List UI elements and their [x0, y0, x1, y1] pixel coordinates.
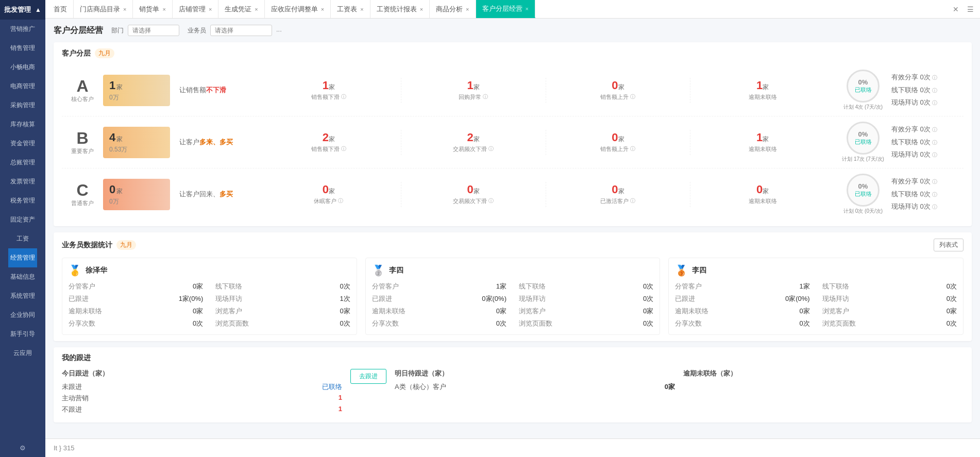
- stat-cell-逾期未联络: 1家 逾期未联络: [690, 130, 835, 155]
- stat-cell-逾期未联络: 0家 逾期未联络: [690, 182, 835, 207]
- tab-工资统计报表[interactable]: 工资统计报表×: [370, 0, 430, 18]
- staff-stat-link[interactable]: 0家(0%): [785, 294, 810, 303]
- staff-stat-link[interactable]: 1家(0%): [179, 294, 204, 303]
- tier-right-stats-A: 有效分享 0次 ⓘ线下联络 0次 ⓘ现场拜访 0次 ⓘ: [891, 71, 964, 109]
- tier-row-C: C普通客户 0家 0万 让客户回来、多买0家 休眠客户ⓘ0家 交易频次下滑ⓘ0家…: [62, 168, 964, 220]
- tab-close-icon[interactable]: ×: [466, 6, 469, 12]
- tab-门店商品目录[interactable]: 门店商品目录×: [74, 0, 133, 18]
- tab-close-icon[interactable]: ×: [209, 6, 212, 12]
- tab-销货单[interactable]: 销货单×: [133, 0, 172, 18]
- list-view-button[interactable]: 列表式: [934, 239, 964, 251]
- dept-select[interactable]: [128, 25, 179, 36]
- tier-suggest-A: 让销售额不下滑: [174, 86, 257, 95]
- sidebar-item-税务管理[interactable]: 税务管理: [8, 191, 37, 210]
- tab-close-icon[interactable]: ×: [321, 6, 324, 12]
- tier-suggest-B: 让客户多来、多买: [174, 138, 257, 147]
- tier-section-title: 客户分层: [62, 49, 91, 58]
- tab-label: 客户分层经营: [482, 4, 522, 13]
- staff-label: 业务员: [188, 26, 206, 35]
- staff-stat-link[interactable]: 0家: [799, 307, 809, 316]
- staff-stat-label: 逾期未联络: [69, 307, 102, 316]
- tier-letter-C: C普通客户: [62, 182, 103, 207]
- sidebar-item-库存核算[interactable]: 库存核算: [8, 115, 37, 134]
- content-area: 客户分层经营 部门 业务员 ··· 客户分层 九月 A核心客户 1家 0万 让销…: [45, 19, 980, 438]
- tab-应收应付调整单[interactable]: 应收应付调整单×: [265, 0, 331, 18]
- sidebar-item-销售管理[interactable]: 销售管理: [8, 39, 37, 58]
- tab-商品分析[interactable]: 商品分析×: [430, 0, 476, 18]
- tab-close-icon[interactable]: ×: [123, 6, 126, 12]
- staff-stat-label: 分享次数: [69, 319, 95, 328]
- staff-stat-value: 0家: [947, 307, 957, 316]
- sidebar-item-采购管理[interactable]: 采购管理: [8, 96, 37, 115]
- tier-contact-B: 0% 已联络 计划 17次 (7天/次): [835, 122, 891, 163]
- staff-stat-item: 浏览客户0家: [822, 307, 957, 316]
- staff-card-1: 🥈 李四分管客户1家线下联络0次已跟进0家(0%)现场拜访0次逾期未联络0家浏览…: [365, 258, 661, 335]
- stat-cell-交易频次下滑: 0家 交易频次下滑ⓘ: [401, 182, 546, 207]
- sidebar-item-固定资产[interactable]: 固定资产: [8, 210, 37, 229]
- sidebar-item-基础信息[interactable]: 基础信息: [8, 267, 37, 286]
- tab-label: 商品分析: [436, 5, 463, 14]
- tab-bar-right: ✕ ☰: [951, 4, 980, 14]
- tab-首页[interactable]: 首页: [47, 0, 74, 18]
- staff-stat-label: 已跟进: [372, 294, 392, 303]
- tab-label: 工资统计报表: [377, 5, 417, 14]
- sidebar-item-资金管理[interactable]: 资金管理: [8, 134, 37, 153]
- sidebar-item-企业协同[interactable]: 企业协同: [8, 306, 37, 325]
- staff-stat-link[interactable]: 0家: [193, 307, 203, 316]
- tab-menu-icon[interactable]: ☰: [965, 4, 976, 14]
- sidebar-item-总账管理[interactable]: 总账管理: [8, 153, 37, 172]
- sidebar-item-经营管理[interactable]: 经营管理: [8, 248, 37, 267]
- staff-select[interactable]: [210, 25, 272, 36]
- tab-close-icon[interactable]: ×: [162, 6, 165, 12]
- staff-stat-label: 浏览页面数: [822, 319, 856, 328]
- staff-stat-value: 0次: [340, 319, 350, 328]
- tab-客户分层经营[interactable]: 客户分层经营×: [476, 0, 535, 18]
- sidebar-settings[interactable]: ⚙: [0, 439, 45, 457]
- staff-stat-label: 分管客户: [675, 282, 702, 291]
- staff-card-header-1: 🥈 李四: [372, 264, 654, 277]
- staff-filter: 业务员 ···: [188, 25, 282, 36]
- staff-stat-label: 分管客户: [372, 282, 399, 291]
- follow-row-label-3: 不跟进: [62, 405, 82, 414]
- tomorrow-follow-col: 明日待跟进（家） A类（核心）客户 0家: [395, 369, 675, 394]
- follow-row-2: 主动营销 1: [62, 394, 342, 403]
- sidebar-item-发票管理[interactable]: 发票管理: [8, 172, 37, 191]
- tier-rows: A核心客户 1家 0万 让销售额不下滑1家 销售额下滑ⓘ1家 回购异常ⓘ0家 销…: [62, 64, 964, 220]
- sidebar-item-云应用[interactable]: 云应用: [8, 344, 37, 363]
- right-stat-item: 现场拜访 0次 ⓘ: [891, 148, 964, 161]
- stat-cell-休眠客户: 0家 休眠客户ⓘ: [257, 182, 401, 207]
- stat-cell-交易频次下滑: 2家 交易频次下滑ⓘ: [401, 130, 546, 155]
- tab-close-icon[interactable]: ×: [255, 6, 258, 12]
- sidebar-item-工资[interactable]: 工资: [8, 229, 37, 248]
- tier-stats-B: 2家 销售额下滑ⓘ2家 交易频次下滑ⓘ0家 销售额上升ⓘ1家 逾期未联络: [257, 130, 835, 155]
- sidebar-item-新手引导[interactable]: 新手引导: [8, 325, 37, 344]
- sidebar-item-系统管理[interactable]: 系统管理: [8, 286, 37, 306]
- sidebar-item-小畅电商[interactable]: 小畅电商: [8, 58, 37, 77]
- staff-stat-value: 1家: [496, 282, 506, 291]
- sidebar-item-营销推广[interactable]: 营销推广: [8, 20, 37, 39]
- close-window-icon[interactable]: ✕: [951, 4, 961, 14]
- today-follow-col: 今日跟进（家） 未跟进 已联络 主动营销 1 不跟进 1: [62, 369, 342, 416]
- staff-stat-label: 浏览页面数: [519, 319, 552, 328]
- staff-stat-label: 线下联络: [822, 282, 849, 291]
- tab-close-icon[interactable]: ×: [360, 6, 363, 12]
- sidebar-item-电商管理[interactable]: 电商管理: [8, 77, 37, 96]
- tab-工资表[interactable]: 工资表×: [331, 0, 370, 18]
- staff-stat-item: 线下联络0次: [215, 282, 350, 291]
- follow-row-value-1: 已联络: [322, 382, 342, 392]
- tab-店铺管理[interactable]: 店铺管理×: [173, 0, 218, 18]
- tab-close-icon[interactable]: ×: [420, 6, 423, 12]
- sidebar-header: 批发管理 ▲: [0, 0, 45, 20]
- staff-stat-link[interactable]: 0家(0%): [482, 294, 506, 303]
- staff-stat-link[interactable]: 0家: [496, 307, 506, 316]
- tab-close-icon[interactable]: ×: [526, 6, 529, 12]
- staff-stat-value: 0次: [947, 319, 957, 328]
- tab-label: 生成凭证: [225, 5, 251, 14]
- tier-suggest-C: 让客户回来、多买: [174, 190, 257, 199]
- go-follow-button[interactable]: 去跟进: [350, 369, 386, 384]
- staff-stat-item: 逾期未联络0家: [372, 307, 506, 316]
- more-filter-icon[interactable]: ···: [276, 27, 282, 35]
- stat-cell-销售额下滑: 2家 销售额下滑ⓘ: [257, 130, 401, 155]
- sidebar-collapse-icon[interactable]: ▲: [35, 6, 41, 13]
- tab-生成凭证[interactable]: 生成凭证×: [218, 0, 264, 18]
